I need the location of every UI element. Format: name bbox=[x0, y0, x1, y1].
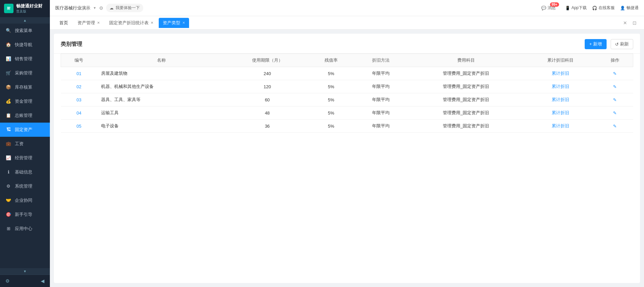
user-avatar-button[interactable]: 👤 畅捷通 bbox=[620, 5, 639, 11]
window-close-button[interactable]: ✕ bbox=[621, 19, 629, 27]
operations-icon: 📈 bbox=[5, 155, 11, 161]
cell-period-3: 48 bbox=[226, 106, 309, 120]
sidebar-item-salary[interactable]: 💼 工资 bbox=[0, 137, 50, 151]
sidebar-item-label: 经营管理 bbox=[15, 155, 32, 161]
sidebar-item-quick-nav[interactable]: 🏠 快捷导航 bbox=[0, 38, 50, 52]
cell-id-1[interactable]: 02 bbox=[61, 80, 97, 93]
cell-name-0: 房屋及建筑物 bbox=[97, 67, 226, 80]
trial-button[interactable]: ☁ 我要体验一下 bbox=[106, 4, 143, 12]
tab-home[interactable]: 首页 bbox=[55, 18, 72, 28]
logo-icon: 财 bbox=[4, 4, 13, 13]
sidebar-item-operations[interactable]: 📈 经营管理 bbox=[0, 151, 50, 165]
tab-depreciation-report[interactable]: 固定资产折旧统计表 ✕ bbox=[105, 18, 157, 28]
sidebar-item-ledger[interactable]: 📋 总账管理 bbox=[0, 108, 50, 123]
cell-residual-0: 5% bbox=[308, 67, 354, 80]
main-area: 医疗器械行业演示 ▼ ⚙ ☁ 我要体验一下 💬 消息 99+ 📱 App下载 🎧… bbox=[50, 0, 644, 287]
table-header-row: 编号 名称 使用期限（月） 残值率 折旧方法 费用科目 累计折旧科目 操作 bbox=[61, 54, 633, 67]
cell-id-3[interactable]: 04 bbox=[61, 106, 97, 120]
cell-edit-2[interactable]: ✎ bbox=[597, 93, 633, 106]
purchase-icon: 🛒 bbox=[5, 70, 11, 76]
window-maximize-button[interactable]: ⊡ bbox=[631, 19, 639, 27]
info-icon: ℹ bbox=[5, 169, 11, 175]
sidebar-scroll-down[interactable]: ▼ bbox=[0, 268, 50, 275]
cell-residual-2: 5% bbox=[308, 93, 354, 106]
sales-icon: 📊 bbox=[5, 56, 11, 62]
cell-id-2[interactable]: 03 bbox=[61, 93, 97, 106]
dropdown-icon[interactable]: ▼ bbox=[93, 6, 96, 10]
app-download-label: App下载 bbox=[572, 5, 587, 11]
page-title: 类别管理 bbox=[61, 41, 82, 48]
sidebar-item-app-center[interactable]: ⊞ 应用中心 bbox=[0, 222, 50, 236]
sidebar-item-guide[interactable]: 🎯 新手引导 bbox=[0, 208, 50, 222]
sidebar-item-label: 总账管理 bbox=[15, 113, 32, 119]
app-download-icon: 📱 bbox=[565, 6, 570, 10]
logo-text: 畅捷通好业财 bbox=[16, 3, 42, 9]
tab-asset-type-close[interactable]: ✕ bbox=[182, 21, 185, 25]
sidebar-item-label: 快捷导航 bbox=[15, 42, 32, 48]
cell-edit-1[interactable]: ✎ bbox=[597, 80, 633, 93]
cell-id-4[interactable]: 05 bbox=[61, 120, 97, 133]
sidebar: 财 畅捷通好业财 普及版 ▲ 🔍 搜索菜单 🏠 快捷导航 📊 销售管理 🛒 采购… bbox=[0, 0, 50, 287]
tab-asset-type-label: 资产类型 bbox=[163, 20, 180, 26]
table-row: 02 机器、机械和其他生产设备 120 5% 年限平均 管理费用_固定资产折旧 … bbox=[61, 80, 633, 93]
table-row: 01 房屋及建筑物 240 5% 年限平均 管理费用_固定资产折旧 累计折旧 ✎ bbox=[61, 67, 633, 80]
sidebar-item-label: 系统管理 bbox=[15, 183, 32, 189]
trial-icon: ☁ bbox=[110, 6, 114, 10]
search-icon: 🔍 bbox=[5, 28, 11, 34]
sidebar-item-label: 资金管理 bbox=[15, 98, 32, 104]
cell-period-0: 240 bbox=[226, 67, 309, 80]
notifications-button[interactable]: 💬 消息 99+ bbox=[541, 5, 556, 11]
notification-icon: 💬 bbox=[541, 6, 546, 10]
cell-residual-4: 5% bbox=[308, 120, 354, 133]
sidebar-scroll-up[interactable]: ▲ bbox=[0, 17, 50, 24]
col-header-period: 使用期限（月） bbox=[226, 54, 309, 67]
cell-period-4: 36 bbox=[226, 120, 309, 133]
collapse-icon[interactable]: ◀ bbox=[41, 278, 44, 284]
cell-expense-1: 管理费用_固定资产折旧 bbox=[408, 80, 524, 93]
ledger-icon: 📋 bbox=[5, 113, 11, 119]
cell-name-4: 电子设备 bbox=[97, 120, 226, 133]
cell-edit-3[interactable]: ✎ bbox=[597, 106, 633, 120]
sidebar-item-system[interactable]: ⚙ 系统管理 bbox=[0, 179, 50, 193]
cell-method-4: 年限平均 bbox=[354, 120, 408, 133]
cell-name-1: 机器、机械和其他生产设备 bbox=[97, 80, 226, 93]
app-download-button[interactable]: 📱 App下载 bbox=[565, 5, 587, 11]
col-header-id: 编号 bbox=[61, 54, 97, 67]
company-name[interactable]: 医疗器械行业演示 bbox=[55, 5, 90, 11]
online-service-icon: 🎧 bbox=[592, 6, 597, 10]
online-service-button[interactable]: 🎧 在线客服 bbox=[592, 5, 615, 11]
sidebar-item-purchase[interactable]: 🛒 采购管理 bbox=[0, 66, 50, 80]
sidebar-bottom: ⚙ ◀ bbox=[0, 275, 50, 287]
cell-edit-4[interactable]: ✎ bbox=[597, 120, 633, 133]
settings-gear-icon[interactable]: ⚙ bbox=[99, 5, 103, 11]
table-row: 05 电子设备 36 5% 年限平均 管理费用_固定资产折旧 累计折旧 ✎ bbox=[61, 120, 633, 133]
app-center-icon: ⊞ bbox=[5, 226, 11, 232]
content-actions: + 新增 ↺ 刷新 bbox=[585, 39, 633, 49]
sidebar-item-inventory[interactable]: 📦 库存核算 bbox=[0, 80, 50, 94]
topbar-breadcrumb: 医疗器械行业演示 ▼ ⚙ ☁ 我要体验一下 bbox=[55, 4, 537, 12]
tab-asset-type[interactable]: 资产类型 ✕ bbox=[159, 18, 189, 28]
system-icon: ⚙ bbox=[5, 183, 11, 189]
cell-name-2: 器具、工具、家具等 bbox=[97, 93, 226, 106]
sidebar-item-base-info[interactable]: ℹ 基础信息 bbox=[0, 165, 50, 179]
new-button[interactable]: + 新增 bbox=[585, 39, 607, 49]
sidebar-item-label: 基础信息 bbox=[15, 169, 32, 175]
sidebar-item-sales[interactable]: 📊 销售管理 bbox=[0, 52, 50, 66]
funds-icon: 💰 bbox=[5, 98, 11, 104]
fixed-assets-icon: 🏗 bbox=[5, 127, 11, 133]
inventory-icon: 📦 bbox=[5, 84, 11, 90]
sidebar-item-fixed-assets[interactable]: 🏗 固定资产 bbox=[0, 123, 50, 137]
tab-depreciation-report-close[interactable]: ✕ bbox=[151, 21, 153, 25]
refresh-button[interactable]: ↺ 刷新 bbox=[611, 39, 633, 49]
tab-asset-management-close[interactable]: ✕ bbox=[97, 21, 100, 25]
sidebar-item-collab[interactable]: 🤝 企业协同 bbox=[0, 193, 50, 208]
cell-expense-0: 管理费用_固定资产折旧 bbox=[408, 67, 524, 80]
tab-asset-management[interactable]: 资产管理 ✕ bbox=[73, 18, 104, 28]
sidebar-item-search[interactable]: 🔍 搜索菜单 bbox=[0, 24, 50, 38]
cell-id-0[interactable]: 01 bbox=[61, 67, 97, 80]
cell-edit-0[interactable]: ✎ bbox=[597, 67, 633, 80]
settings-icon[interactable]: ⚙ bbox=[5, 278, 10, 284]
sidebar-item-label: 库存核算 bbox=[15, 84, 32, 90]
sidebar-item-funds[interactable]: 💰 资金管理 bbox=[0, 94, 50, 108]
table-container: 编号 名称 使用期限（月） 残值率 折旧方法 费用科目 累计折旧科目 操作 01… bbox=[54, 54, 640, 139]
